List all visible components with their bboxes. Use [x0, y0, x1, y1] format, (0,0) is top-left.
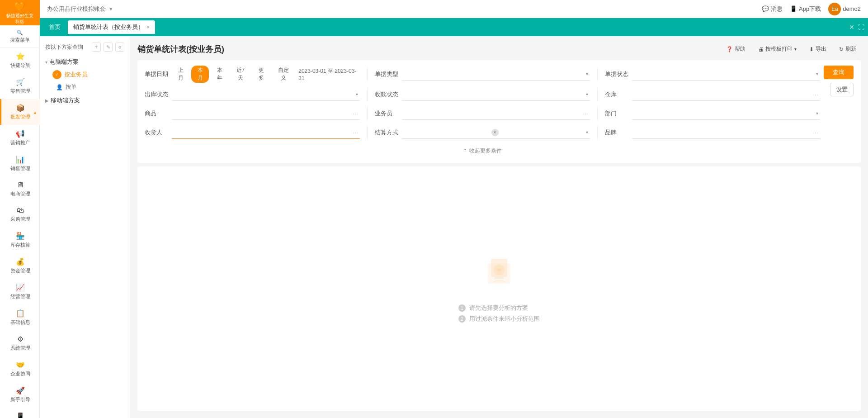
brand-input[interactable]: ··· — [632, 126, 820, 139]
salesperson-input[interactable]: ··· — [402, 107, 590, 120]
filter-divider-5 — [367, 106, 368, 121]
settle-input[interactable]: × ▾ — [402, 126, 590, 139]
app-download-btn[interactable]: 📱 App下载 — [790, 5, 821, 13]
top-header: 办公用品行业模拟账套 ▾ 💬 消息 📱 App下载 Ea demo2 — [40, 0, 868, 18]
date-this-year-btn[interactable]: 本年 — [211, 66, 228, 83]
tab-close-icon[interactable]: × — [146, 24, 150, 30]
left-panel: 按以下方案查询 + ✎ « ▾ 电脑端方案 ✓ 按业务员 👤 按 — [40, 36, 130, 418]
marketing-icon: 📢 — [16, 129, 25, 138]
sidebar-item-wholesale[interactable]: 📦 批发管理 ▴ — [0, 99, 40, 125]
filter-row-2: 出库状态 ▾ 收款状态 ▾ — [145, 87, 820, 102]
sidebar-item-quick-nav[interactable]: ⭐ 快捷导航 — [0, 48, 40, 73]
maximize-icon[interactable]: ⛶ — [858, 24, 864, 31]
date-this-month-btn[interactable]: 本月 — [191, 66, 209, 83]
sidebar-item-app-center[interactable]: 📱 应用中心 — [0, 408, 40, 418]
goods-label: 商品 — [145, 109, 172, 118]
finance-icon: 💰 — [16, 257, 25, 266]
settle-clear-btn[interactable]: × — [491, 129, 499, 136]
sidebar-item-purchase[interactable]: 🛍 采购管理 — [0, 202, 40, 227]
export-icon: ⬇ — [809, 46, 814, 52]
filter-out-status: 出库状态 ▾ — [145, 87, 360, 102]
tip-2-text: 用过滤条件来缩小分析范围 — [469, 315, 540, 323]
out-status-input[interactable]: ▾ — [172, 88, 360, 101]
app-download-label: App下载 — [799, 5, 821, 13]
filter-date: 单据日期 上月 本月 本年 近7天 更多 自定义 2023-03-01 至 20… — [145, 66, 360, 83]
settings-btn[interactable]: 设置 — [830, 83, 854, 96]
help-btn[interactable]: ❓ 帮助 — [722, 43, 750, 55]
tab-bar: 首页 销货单统计表（按业务员） × ✕ ⛶ — [40, 18, 868, 36]
add-scheme-btn[interactable]: + — [92, 43, 101, 52]
message-btn[interactable]: 💬 消息 — [762, 5, 783, 13]
sidebar-item-operation[interactable]: 📈 经营管理 — [0, 279, 40, 304]
refresh-btn[interactable]: ↻ 刷新 — [835, 43, 861, 55]
date-label: 单据日期 — [145, 70, 172, 78]
sidebar-item-system[interactable]: ⚙ 系统管理 — [0, 330, 40, 356]
page-title-row: 销货单统计表(按业务员) ❓ 帮助 🖨 按模板打印 ▾ ⬇ 导出 — [137, 43, 861, 55]
dept-label: 部门 — [605, 109, 632, 118]
scheme-sub-item-by-order[interactable]: 👤 按单 — [40, 81, 130, 93]
empty-tips: 1 请先选择要分析的方案 2 用过滤条件来缩小分析范围 — [458, 304, 540, 323]
help-label: 帮助 — [735, 45, 745, 53]
date-last7-btn[interactable]: 近7天 — [230, 66, 250, 83]
logo-text: 畅捷通好生意 — [6, 13, 33, 19]
purchase-label: 采购管理 — [10, 216, 30, 223]
empty-state: 1 请先选择要分析的方案 2 用过滤条件来缩小分析范围 — [137, 166, 861, 411]
inventory-label: 库存核算 — [10, 242, 30, 248]
purchase-icon: 🛍 — [17, 206, 24, 214]
sidebar-item-newbie[interactable]: 🚀 新手引导 — [0, 382, 40, 408]
receiver-input[interactable]: ··· — [172, 126, 360, 139]
mobile-scheme-label: 移动端方案 — [51, 96, 80, 104]
filter-row-1: 单据日期 上月 本月 本年 近7天 更多 自定义 2023-03-01 至 20… — [145, 66, 820, 83]
sidebar-item-ecommerce[interactable]: 🖥 电商管理 — [0, 176, 40, 202]
filter-divider-3 — [367, 87, 368, 102]
warehouse-input[interactable]: ··· — [632, 88, 820, 101]
help-icon: ❓ — [726, 46, 733, 52]
sidebar-item-basic[interactable]: 📋 基础信息 — [0, 304, 40, 330]
bill-type-input[interactable]: ▾ — [402, 68, 590, 81]
sidebar-item-marketing[interactable]: 📢 营销推广 — [0, 125, 40, 151]
desktop-scheme-title[interactable]: ▾ 电脑端方案 — [40, 56, 130, 68]
message-icon: 💬 — [762, 5, 769, 12]
bill-type-label: 单据类型 — [375, 70, 402, 78]
print-arrow: ▾ — [794, 47, 797, 52]
date-more-btn[interactable]: 更多 — [253, 66, 270, 83]
sidebar-item-retail[interactable]: 🛒 零售管理 — [0, 73, 40, 99]
print-btn[interactable]: 🖨 按模板打印 ▾ — [754, 43, 801, 55]
sidebar-item-sales[interactable]: 📊 销售管理 — [0, 151, 40, 176]
mobile-scheme-item[interactable]: ▶ 移动端方案 — [40, 95, 130, 106]
ecommerce-label: 电商管理 — [10, 190, 30, 197]
edit-scheme-btn[interactable]: ✎ — [104, 43, 113, 52]
filter-divider-2 — [597, 67, 598, 81]
sidebar-search-label: 搜索菜单 — [10, 37, 30, 43]
export-btn[interactable]: ⬇ 导出 — [805, 43, 831, 55]
collapse-panel-btn[interactable]: « — [115, 43, 124, 52]
operation-icon: 📈 — [16, 283, 25, 292]
user-area[interactable]: Ea demo2 — [828, 3, 861, 15]
collapse-filter-btn[interactable]: ⌃ 收起更多条件 — [145, 144, 820, 157]
collect-status-input[interactable]: ▾ — [402, 88, 590, 101]
breadcrumb-text: 办公用品行业模拟账套 — [47, 5, 106, 13]
query-btn[interactable]: 查询 — [824, 66, 854, 79]
right-content: 销货单统计表(按业务员) ❓ 帮助 🖨 按模板打印 ▾ ⬇ 导出 — [130, 36, 868, 418]
sidebar-search[interactable]: 🔍 搜索菜单 — [0, 25, 40, 48]
breadcrumb-arrow-icon[interactable]: ▾ — [109, 5, 113, 12]
scheme-item-salesperson[interactable]: ✓ 按业务员 — [40, 68, 130, 81]
tab-home[interactable]: 首页 — [43, 23, 66, 31]
print-label: 按模板打印 — [765, 45, 793, 53]
salesperson-dots: ··· — [583, 110, 588, 117]
sidebar-item-inventory[interactable]: 🏪 库存核算 — [0, 227, 40, 253]
date-last-month-btn[interactable]: 上月 — [172, 66, 189, 83]
collect-status-label: 收款状态 — [375, 90, 402, 99]
sidebar-item-finance[interactable]: 💰 资金管理 — [0, 253, 40, 279]
date-custom-btn[interactable]: 自定义 — [272, 66, 295, 83]
tab-active[interactable]: 销货单统计表（按业务员） × — [68, 20, 155, 34]
filter-bill-type: 单据类型 ▾ — [375, 67, 590, 81]
sidebar-item-enterprise[interactable]: 🤝 企业协同 — [0, 356, 40, 382]
salesperson-label: 业务员 — [375, 109, 402, 118]
goods-input[interactable]: ··· — [172, 107, 360, 120]
dept-input[interactable]: ▾ — [632, 107, 820, 120]
bill-status-input[interactable]: ▾ — [632, 68, 820, 81]
close-window-icon[interactable]: ✕ — [849, 24, 854, 31]
out-status-label: 出库状态 — [145, 90, 172, 99]
enterprise-icon: 🤝 — [16, 361, 25, 369]
